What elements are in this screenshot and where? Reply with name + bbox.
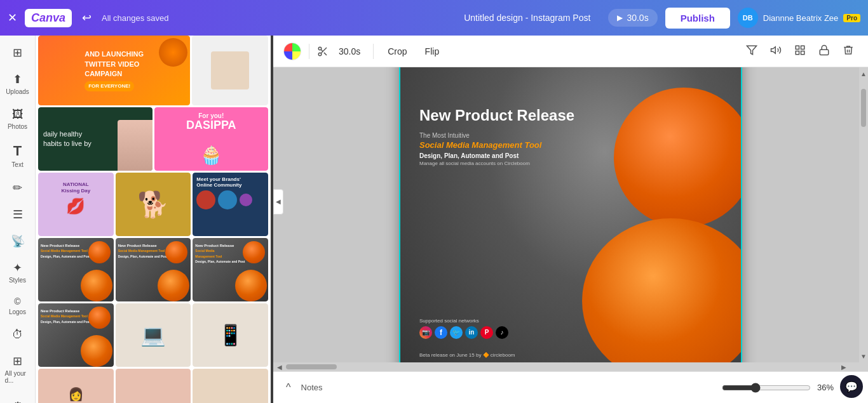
sidebar-item-rss[interactable]: 📡 <box>3 229 33 253</box>
lines-icon: ☰ <box>13 208 23 221</box>
template-item-product2[interactable]: New Product ReleaseSocial Media Manageme… <box>116 238 191 301</box>
scroll-thumb-vertical[interactable] <box>861 89 866 127</box>
bottom-bar: ^ Notes 36% ? <box>273 371 868 403</box>
toolbar-divider-1 <box>309 44 309 59</box>
svg-line-3 <box>324 52 327 55</box>
template-item-product4[interactable]: New Product ReleaseSocial Media Manageme… <box>38 303 114 367</box>
canva-logo: Canva <box>25 9 72 27</box>
horizontal-scrollbar[interactable]: ◀ ▶ <box>273 362 859 371</box>
sidebar-item-lines[interactable]: ☰ <box>3 202 33 227</box>
scroll-thumb-horizontal[interactable] <box>286 364 337 369</box>
template-item[interactable]: Meet your Brands'Online Community <box>193 173 268 236</box>
sidebar-item-all-designs[interactable]: ⊞ All your d... <box>3 349 33 389</box>
svg-rect-11 <box>820 50 829 55</box>
template-item-phone[interactable]: 📱 <box>193 303 268 367</box>
audio-icon-button[interactable] <box>766 41 785 62</box>
svg-rect-10 <box>801 51 804 54</box>
template-row-4: New Product ReleaseSocial Media Manageme… <box>36 238 271 303</box>
comment-icon: ✏ <box>13 181 22 195</box>
rss-icon: 📡 <box>11 234 25 248</box>
svg-marker-6 <box>771 46 776 53</box>
filter-icon-button[interactable] <box>742 41 761 62</box>
template-item-laptop[interactable]: 💻 <box>116 303 191 367</box>
sidebar-text-label: Text <box>11 161 23 168</box>
facebook-icon: f <box>435 326 447 339</box>
sidebar-photos-label: Photos <box>8 123 27 130</box>
sidebar-item-text[interactable]: T Text <box>3 138 33 173</box>
sidebar-item-settings[interactable]: ⚙ <box>3 394 33 403</box>
template-row-6: 👩 <box>36 369 271 403</box>
toolbar: 30.0s Crop Flip <box>273 36 868 67</box>
template-item[interactable]: For you! DASIPPA 🧁 <box>154 107 269 171</box>
sidebar-item-styles[interactable]: ✦ Styles <box>3 256 33 289</box>
svg-marker-5 <box>747 46 757 55</box>
close-button[interactable]: ✕ <box>8 11 17 25</box>
design-accent-text: Social Media Management Tool <box>419 140 623 150</box>
scroll-down-arrow[interactable]: ▼ <box>859 350 868 362</box>
template-item[interactable]: daily healthyhabits to live by <box>38 107 153 171</box>
scroll-up-arrow[interactable]: ▲ <box>859 67 868 80</box>
design-beta-text: Beta release on June 15 by 🔶 circleboom <box>419 352 515 358</box>
canvas-area: New Product Release The Most Intuitive S… <box>273 67 868 371</box>
trash-icon-button[interactable] <box>839 41 858 62</box>
template-item[interactable]: AND LAUNCHING TWITTER VIDEO CAMPAIGN FOR… <box>38 36 190 105</box>
sidebar-alldesigns-label: All your d... <box>5 370 31 384</box>
styles-icon: ✦ <box>13 261 22 275</box>
sidebar-styles-label: Styles <box>9 277 26 284</box>
timer-value: 30.0s <box>627 13 648 23</box>
design-social-section: Supported social networks 📷 f 🐦 in P ♪ <box>419 318 508 339</box>
zoom-slider[interactable] <box>722 383 811 393</box>
social-section-title: Supported social networks <box>419 318 508 324</box>
expand-notes-button[interactable]: ^ <box>283 380 294 396</box>
sidebar-item-apps[interactable]: ⊞ <box>3 41 33 65</box>
grid-icon-button[interactable] <box>790 41 810 62</box>
collapse-panel-button[interactable]: ◀ <box>273 189 283 215</box>
sidebar-item-comment[interactable]: ✏ <box>3 176 33 200</box>
sidebar-item-logos[interactable]: © Logos <box>3 291 33 320</box>
template-item[interactable]: 🐕 <box>116 173 191 236</box>
crop-button[interactable]: Crop <box>381 43 413 60</box>
template-row-5: New Product ReleaseSocial Media Manageme… <box>36 303 271 369</box>
publish-button[interactable]: Publish <box>665 8 730 29</box>
template-row-3: NATIONALKissing Day 💋 🐕 Meet your Brands… <box>36 173 271 238</box>
scroll-left-arrow[interactable]: ◀ <box>273 362 286 371</box>
svg-point-1 <box>318 53 322 56</box>
sidebar-item-uploads[interactable]: ⬆ Uploads <box>3 67 33 100</box>
settings-icon: ⚙ <box>13 399 23 403</box>
apps-icon: ⊞ <box>13 46 22 60</box>
template-item-product3[interactable]: New Product ReleaseSocial MediaManagemen… <box>193 238 268 301</box>
flip-button[interactable]: Flip <box>419 43 446 60</box>
toolbar-right <box>742 41 858 62</box>
design-subtitle: The Most Intuitive <box>419 132 623 139</box>
history-icon: ⏱ <box>12 328 24 341</box>
design-subdesc-text: Manage all social media accounts on Circ… <box>419 161 623 166</box>
pinterest-icon: P <box>480 326 493 339</box>
pro-badge: Pro <box>843 14 860 22</box>
template-item-product1[interactable]: New Product ReleaseSocial Media Manageme… <box>38 238 114 301</box>
template-row-2: daily healthyhabits to live by For you! … <box>36 107 271 173</box>
svg-rect-9 <box>796 51 799 54</box>
template-item[interactable] <box>192 36 268 105</box>
chat-bubble-button[interactable]: 💬 <box>840 375 863 398</box>
tiktok-icon: ♪ <box>496 326 508 339</box>
timer-button[interactable]: ▶ 30.0s <box>608 9 657 27</box>
design-canvas[interactable]: New Product Release The Most Intuitive S… <box>399 67 742 371</box>
vertical-scrollbar[interactable]: ▲ ▼ <box>859 67 868 371</box>
template-item[interactable] <box>193 369 268 403</box>
lock-icon-button[interactable] <box>815 41 834 62</box>
sidebar-logos-label: Logos <box>9 308 26 315</box>
user-name: Diannne Beatrix Zee <box>763 13 839 23</box>
template-item[interactable]: NATIONALKissing Day 💋 <box>38 173 114 236</box>
svg-point-0 <box>318 47 322 50</box>
color-swatch[interactable] <box>283 43 301 60</box>
undo-button[interactable]: ↩ <box>79 8 94 27</box>
template-item[interactable] <box>116 369 191 403</box>
user-area: DB Diannne Beatrix Zee Pro <box>738 8 860 28</box>
sidebar-item-history[interactable]: ⏱ <box>3 323 33 347</box>
sidebar-item-photos[interactable]: 🖼 Photos <box>3 103 33 135</box>
avatar: DB <box>738 8 758 28</box>
photos-icon: 🖼 <box>12 108 24 121</box>
saved-status: All changes saved <box>102 13 456 23</box>
template-item[interactable]: 👩 <box>38 369 114 403</box>
scroll-right-arrow[interactable]: ▶ <box>837 362 850 371</box>
